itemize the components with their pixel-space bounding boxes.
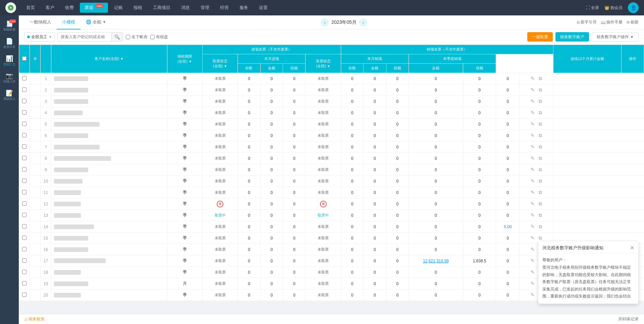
row-checkbox[interactable] bbox=[22, 190, 26, 194]
copy-btn[interactable]: ⧉ bbox=[537, 98, 543, 105]
sidebar-item-invoice-summary[interactable]: 📊 票据汇总 bbox=[1, 53, 18, 69]
row-checkbox[interactable] bbox=[22, 110, 26, 115]
edit-btn[interactable]: ✎ bbox=[529, 235, 536, 241]
row-checkbox[interactable] bbox=[22, 99, 26, 103]
edit-btn[interactable]: ✎ bbox=[529, 178, 536, 184]
copy-btn[interactable]: ⧉ bbox=[537, 86, 543, 93]
tax-policy-link[interactable]: ⚠ 税务政策 bbox=[24, 316, 45, 322]
row-checkbox[interactable] bbox=[22, 76, 26, 80]
tax-digital-operation-btn[interactable]: 税务数字账户操作 ▼ bbox=[592, 32, 639, 42]
nav-tax[interactable]: 报税 bbox=[129, 3, 147, 13]
edit-btn[interactable]: ✎ bbox=[529, 212, 536, 218]
edit-btn[interactable]: ✎ bbox=[529, 143, 536, 150]
row-checkbox[interactable] bbox=[22, 156, 26, 160]
copy-btn[interactable]: ⧉ bbox=[537, 143, 543, 150]
row-checkbox[interactable] bbox=[22, 236, 26, 240]
copy-btn[interactable]: ⧉ bbox=[537, 200, 543, 207]
copy-btn[interactable]: ⧉ bbox=[537, 223, 543, 230]
th-in-status[interactable]: 取票状态(全部) ▼ bbox=[202, 54, 237, 73]
edit-btn[interactable]: ✎ bbox=[529, 75, 536, 82]
tab-small[interactable]: 小规模 bbox=[57, 15, 80, 29]
nav-manage[interactable]: 管理 bbox=[196, 3, 214, 13]
row-checkbox[interactable] bbox=[22, 201, 26, 206]
tab-general[interactable]: 一般纳税人 bbox=[24, 15, 57, 29]
tax-digital-account-btn[interactable]: 税务数字账户 bbox=[555, 32, 589, 42]
notification-close-btn[interactable]: ✕ bbox=[630, 245, 634, 251]
sidebar-item-invoice-entry[interactable]: 📝 票据录入 bbox=[1, 87, 18, 104]
one-click-invoice-btn[interactable]: 一键取票 bbox=[527, 32, 553, 42]
edit-btn[interactable]: ✎ bbox=[529, 166, 536, 173]
nav-service[interactable]: 服务 bbox=[235, 3, 253, 13]
nav-invoice[interactable]: 收费 bbox=[60, 3, 78, 13]
manual-link[interactable]: 📖 操作手册 bbox=[601, 19, 623, 25]
copy-btn[interactable]: ⧉ bbox=[537, 75, 543, 82]
row-checkbox[interactable] bbox=[22, 270, 26, 274]
edit-btn[interactable]: ✎ bbox=[529, 269, 536, 275]
search-input[interactable] bbox=[58, 32, 111, 42]
row-checkbox[interactable] bbox=[22, 122, 26, 126]
tab-all[interactable]: 🌐 全能 ▼ bbox=[80, 15, 111, 29]
prev-month-btn[interactable]: ‹ bbox=[321, 18, 329, 26]
copy-btn[interactable]: ⧉ bbox=[537, 109, 543, 116]
refresh-btn[interactable]: ⟳ 刷新 bbox=[627, 19, 639, 25]
sidebar-item-smart-invoice[interactable]: 🧾 智能取票 new bbox=[1, 18, 18, 34]
select-all-checkbox[interactable] bbox=[22, 56, 26, 61]
edit-btn[interactable]: ✎ bbox=[529, 257, 536, 264]
row-checkbox[interactable] bbox=[22, 133, 26, 137]
member-btn[interactable]: 👑 购会员 bbox=[604, 5, 623, 11]
edit-btn[interactable]: ✎ bbox=[529, 98, 536, 105]
my-statement-checkbox[interactable] bbox=[126, 35, 130, 39]
edit-btn[interactable]: ✎ bbox=[529, 223, 536, 230]
edit-btn[interactable]: ✎ bbox=[529, 280, 536, 287]
row-checkbox[interactable] bbox=[22, 247, 26, 251]
row-checkbox[interactable] bbox=[22, 258, 26, 263]
row-checkbox[interactable] bbox=[22, 281, 26, 285]
user-avatar[interactable]: 👤 bbox=[628, 2, 639, 13]
nav-message[interactable]: 消息 bbox=[176, 3, 195, 13]
nav-piaoju[interactable]: 票据 new bbox=[80, 3, 108, 13]
edit-btn[interactable]: ✎ bbox=[529, 86, 536, 93]
copy-btn[interactable]: ⧉ bbox=[537, 212, 543, 219]
copy-btn[interactable]: ⧉ bbox=[537, 121, 543, 128]
row-checkbox[interactable] bbox=[22, 213, 26, 217]
th-tax-period[interactable]: 纳税期限(全部) ▼ bbox=[167, 45, 202, 73]
copy-btn[interactable]: ⧉ bbox=[537, 166, 543, 173]
row-checkbox[interactable] bbox=[22, 179, 26, 183]
next-month-btn[interactable]: › bbox=[359, 18, 367, 26]
my-statement-checkbox-label[interactable]: 名下帐表 bbox=[126, 34, 148, 40]
employee-select[interactable]: 全部员工 ▼ bbox=[24, 32, 55, 42]
nav-settings[interactable]: 设置 bbox=[254, 3, 272, 13]
has-tax-checkbox[interactable] bbox=[150, 35, 155, 39]
nav-business[interactable]: 工商项目 bbox=[148, 3, 175, 13]
nav-client[interactable]: 客户 bbox=[41, 3, 59, 13]
edit-btn[interactable]: ✎ bbox=[529, 291, 536, 298]
sidebar-item-issue-invoice[interactable]: 📄 发票开具 bbox=[1, 36, 18, 52]
row-checkbox[interactable] bbox=[22, 87, 26, 92]
edit-btn[interactable]: ✎ bbox=[529, 155, 536, 161]
edit-btn[interactable]: ✎ bbox=[529, 189, 536, 196]
th-client-name[interactable]: 客户名称(全部) ▼ bbox=[51, 45, 167, 73]
copy-btn[interactable]: ⧉ bbox=[537, 178, 543, 185]
copy-btn[interactable]: ⧉ bbox=[537, 235, 543, 242]
nav-home[interactable]: 首页 bbox=[21, 3, 40, 13]
row-checkbox[interactable] bbox=[22, 167, 26, 172]
nav-bookkeep[interactable]: 记账 bbox=[109, 3, 127, 13]
copy-btn[interactable]: ⧉ bbox=[537, 189, 543, 196]
th-out-status[interactable]: 取票状态(全部) ▼ bbox=[306, 54, 341, 73]
search-button[interactable]: 🔍 bbox=[111, 32, 123, 42]
copy-btn[interactable]: ⧉ bbox=[537, 155, 543, 162]
edit-btn[interactable]: ✎ bbox=[529, 132, 536, 139]
row-checkbox[interactable] bbox=[22, 224, 26, 229]
edit-btn[interactable]: ✎ bbox=[529, 246, 536, 253]
nav-operation[interactable]: 经营 bbox=[215, 3, 233, 13]
fullscreen-btn[interactable]: ⛶ 全屏 bbox=[586, 5, 599, 11]
copy-btn[interactable]: ⧉ bbox=[537, 132, 543, 139]
sidebar-item-scan-upload[interactable]: 📷 扫描上传 bbox=[1, 70, 18, 86]
row-checkbox[interactable] bbox=[22, 293, 26, 297]
has-tax-checkbox-label[interactable]: 有税盘 bbox=[150, 34, 168, 40]
edit-btn[interactable]: ✎ bbox=[529, 121, 536, 127]
row-checkbox[interactable] bbox=[22, 144, 26, 149]
edit-btn[interactable]: ✎ bbox=[529, 109, 536, 116]
edit-btn[interactable]: ✎ bbox=[529, 200, 536, 207]
new-guide-link[interactable]: ⊙ 新手引导 bbox=[577, 19, 597, 25]
